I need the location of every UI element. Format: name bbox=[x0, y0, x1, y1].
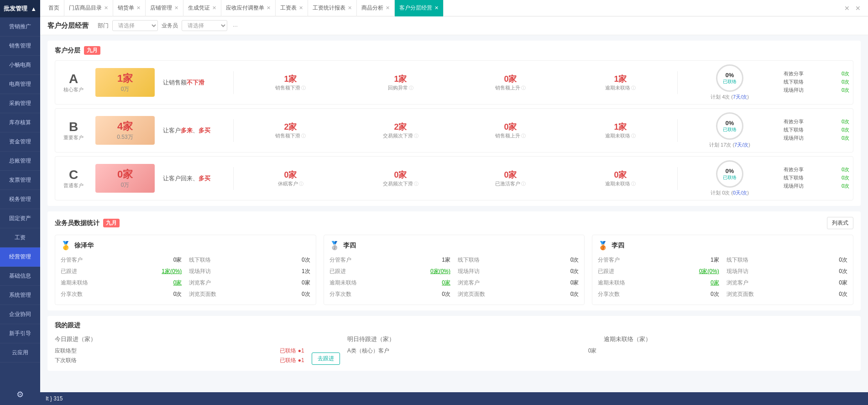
sidebar-item-7[interactable]: 总账管理 bbox=[0, 152, 40, 171]
sidebar-item-13[interactable]: 基础信息 bbox=[0, 267, 40, 286]
biz-header: 业务员数据统计 九月 列表式 bbox=[55, 217, 853, 229]
sidebar-item-12[interactable]: 经营管理 bbox=[0, 247, 40, 267]
followup-stats-C: 0% 已联络 计划 0次 (0天/次) bbox=[680, 160, 780, 196]
sidebar-item-2[interactable]: 小畅电商 bbox=[0, 56, 40, 75]
biz-stat-row: 逾期未联络 0家 bbox=[598, 278, 719, 288]
filter-group: 部门 请选择 业务员 请选择 ··· bbox=[98, 20, 238, 31]
sidebar-item-10[interactable]: 固定资产 bbox=[0, 209, 40, 228]
sidebar-item-17[interactable]: 云应用 bbox=[0, 343, 40, 363]
medal-icon-2: 🥉 bbox=[598, 241, 608, 251]
metric-item: 0家 销售额上升 ⓘ bbox=[455, 121, 565, 139]
bottom-text: It } 315 bbox=[46, 395, 63, 402]
metric-item: 2家 销售额下滑 ⓘ bbox=[235, 121, 345, 139]
medal-icon-1: 🥈 bbox=[329, 241, 340, 251]
page-title: 客户分层经营 bbox=[47, 21, 89, 30]
biz-stat-row: 浏览页面数 0次 bbox=[458, 289, 579, 299]
settings-icon[interactable]: ⚙ bbox=[0, 384, 40, 405]
sidebar-item-16[interactable]: 新手引导 bbox=[0, 324, 40, 343]
metric-item: 0家 交易频次下滑 ⓘ bbox=[345, 169, 455, 187]
biz-stat-row: 现场拜访 0次 bbox=[458, 267, 579, 276]
right-stat-row: 线下联络0次 bbox=[784, 79, 849, 85]
metric-item: 0家 逾期未联络 ⓘ bbox=[565, 169, 675, 187]
biz-stat-row: 分管客户 1家 bbox=[329, 255, 450, 265]
sidebar-top-label: 批发管理 bbox=[4, 5, 27, 13]
tab-close-5[interactable]: ✕ bbox=[267, 5, 271, 11]
sidebar-item-4[interactable]: 采购管理 bbox=[0, 94, 40, 113]
biz-stat-row: 浏览客户 0家 bbox=[727, 278, 847, 288]
sidebar-item-0[interactable]: 营销推广 bbox=[0, 17, 40, 37]
tier-row-C: C 普通客户 0家 0万 让客户回来、多买 0家 休眠客户 ⓘ 0家 交易频次下… bbox=[55, 156, 853, 200]
biz-stat-row: 线下联络 0次 bbox=[727, 255, 847, 265]
tier-row-A: A 核心客户 1家 0万 让销售额不下滑 1家 销售额下滑 ⓘ 1家 回购异常 … bbox=[55, 60, 853, 105]
tab-6[interactable]: 工资表✕ bbox=[276, 0, 308, 16]
medal-icon-0: 🥇 bbox=[61, 241, 71, 251]
customer-section: 客户分层 九月 A 核心客户 1家 0万 让销售额不下滑 1家 销售额下滑 ⓘ … bbox=[47, 41, 861, 206]
biz-section: 业务员数据统计 九月 列表式 🥇 徐泽华 分管客户 0家 线下联络 0次 已跟进… bbox=[47, 211, 861, 310]
tab-close-7[interactable]: ✕ bbox=[348, 5, 352, 11]
sidebar-item-11[interactable]: 工资 bbox=[0, 228, 40, 247]
biz-stat-row: 逾期未联络 0家 bbox=[329, 278, 450, 288]
tab-close-4[interactable]: ✕ bbox=[212, 5, 216, 11]
today-label: 今日跟进（家） bbox=[55, 335, 304, 343]
dept-select[interactable]: 请选择 bbox=[112, 20, 158, 31]
tab-3[interactable]: 店铺管理✕ bbox=[146, 0, 183, 16]
sidebar-item-1[interactable]: 销售管理 bbox=[0, 37, 40, 56]
overdue-label: 逾期未联络（家） bbox=[604, 335, 853, 343]
tab-9[interactable]: 客户分层经营✕ bbox=[395, 0, 444, 16]
sidebar-collapse-icon[interactable]: ▲ bbox=[31, 5, 37, 12]
followup-stats-A: 0% 已联络 计划 4次 (7天/次) bbox=[680, 64, 780, 100]
biz-stat-row: 已跟进 1家(0%) bbox=[61, 267, 182, 276]
sidebar-item-15[interactable]: 企业协同 bbox=[0, 305, 40, 324]
right-stat-row: 线下联络0次 bbox=[784, 126, 849, 133]
followup-circle-A: 0% 已联络 bbox=[716, 64, 743, 92]
right-stat-row: 有效分享0次 bbox=[784, 118, 849, 125]
tab-close-6[interactable]: ✕ bbox=[299, 5, 303, 11]
tab-close-8[interactable]: ✕ bbox=[386, 5, 390, 11]
followup-plan-A: 计划 4次 (7天/次) bbox=[711, 94, 749, 100]
right-stat-row: 现场拜访0次 bbox=[784, 87, 849, 94]
go-followup-button[interactable]: 去跟进 bbox=[312, 352, 340, 365]
tier-suggestion-C: 让客户回来、多买 bbox=[158, 174, 231, 183]
list-view-button[interactable]: 列表式 bbox=[827, 217, 853, 229]
tab-close-3[interactable]: ✕ bbox=[174, 5, 178, 11]
close-all-tabs[interactable]: ✕ ✕ bbox=[841, 5, 864, 12]
biz-stats-grid: 分管客户 1家 线下联络 0次 已跟进 0家(0%) 现场拜访 0次 逾期未联络… bbox=[598, 255, 847, 299]
main-content: 首页门店商品目录✕销货单✕店铺管理✕生成凭证✕应收应付调整单✕工资表✕工资统计报… bbox=[40, 0, 868, 405]
sidebar-top[interactable]: 批发管理 ▲ bbox=[0, 0, 40, 17]
metric-item: 0家 休眠客户 ⓘ bbox=[235, 169, 345, 187]
sidebar-item-3[interactable]: 电商管理 bbox=[0, 75, 40, 94]
biz-person-name-2: 李四 bbox=[612, 242, 624, 250]
tab-2[interactable]: 销货单✕ bbox=[113, 0, 146, 16]
tab-4[interactable]: 生成凭证✕ bbox=[183, 0, 221, 16]
right-stat-row: 有效分享0次 bbox=[784, 166, 849, 173]
sidebar: 批发管理 ▲ 营销推广销售管理小畅电商电商管理采购管理库存核算资金管理总账管理发… bbox=[0, 0, 40, 405]
tab-8[interactable]: 商品分析✕ bbox=[357, 0, 395, 16]
customer-month-badge: 九月 bbox=[84, 46, 100, 55]
tab-5[interactable]: 应收应付调整单✕ bbox=[221, 0, 276, 16]
metric-item: 0家 已激活客户 ⓘ bbox=[455, 169, 565, 187]
tab-0[interactable]: 首页 bbox=[44, 0, 64, 16]
followup-plan-B: 计划 17次 (7天/次) bbox=[709, 142, 750, 148]
sidebar-item-5[interactable]: 库存核算 bbox=[0, 113, 40, 132]
bottom-bar: It } 315 bbox=[40, 392, 868, 405]
sidebar-item-8[interactable]: 发票管理 bbox=[0, 171, 40, 190]
tab-7[interactable]: 工资统计报表✕ bbox=[308, 0, 357, 16]
sidebar-item-6[interactable]: 资金管理 bbox=[0, 132, 40, 152]
sidebar-item-9[interactable]: 税务管理 bbox=[0, 190, 40, 209]
sidebar-item-14[interactable]: 系统管理 bbox=[0, 286, 40, 305]
biz-stat-row: 线下联络 0次 bbox=[458, 255, 579, 265]
tab-close-1[interactable]: ✕ bbox=[104, 5, 108, 11]
filter-more-icon[interactable]: ··· bbox=[233, 22, 238, 29]
metric-item: 1家 逾期未联络 ⓘ bbox=[565, 74, 675, 91]
tab-close-9[interactable]: ✕ bbox=[434, 5, 439, 11]
tomorrow-followup-col: 明日待跟进（家） A类（核心）客户 0家 bbox=[347, 335, 597, 356]
biz-card-2: 🥉 李四 分管客户 1家 线下联络 0次 已跟进 0家(0%) 现场拜访 0次 … bbox=[592, 235, 853, 305]
right-stat-row: 有效分享0次 bbox=[784, 70, 849, 77]
tier-metrics-A: 1家 销售额下滑 ⓘ 1家 回购异常 ⓘ 0家 销售额上升 ⓘ 1家 逾期未联络… bbox=[235, 74, 675, 91]
tab-1[interactable]: 门店商品目录✕ bbox=[64, 0, 113, 16]
tab-close-2[interactable]: ✕ bbox=[136, 5, 141, 11]
overdue-followup-col: 逾期未联络（家） bbox=[604, 335, 853, 346]
biz-select[interactable]: 请选择 bbox=[182, 20, 227, 31]
tier-label-A: A 核心客户 bbox=[55, 72, 92, 93]
tier-label-B: B 重要客户 bbox=[55, 120, 92, 141]
